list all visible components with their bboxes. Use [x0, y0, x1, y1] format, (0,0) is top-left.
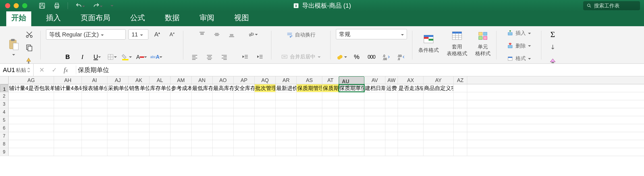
cell-AP2[interactable]: [234, 92, 255, 100]
cell-AR4[interactable]: [276, 108, 297, 116]
column-header-AV[interactable]: AV: [364, 76, 385, 84]
format-painter-icon[interactable]: [23, 55, 35, 66]
cell-AR2[interactable]: [276, 92, 297, 100]
cell-AT2[interactable]: [322, 92, 339, 100]
cell-AO2[interactable]: [213, 92, 234, 100]
cell-AX1[interactable]: 是否走冻链: [398, 84, 423, 92]
cell-AL3[interactable]: [149, 100, 171, 108]
column-header-AH[interactable]: AH: [54, 76, 82, 84]
cell-AG9[interactable]: [9, 148, 54, 156]
cell-AI9[interactable]: [82, 148, 107, 156]
cell-AG2[interactable]: [9, 92, 54, 100]
orientation-icon[interactable]: ab: [247, 29, 259, 40]
cell-AW1[interactable]: 运费: [385, 84, 398, 92]
format-as-table-button[interactable]: 套用 表格格式: [446, 29, 468, 58]
minimize-window-button[interactable]: [14, 3, 19, 8]
font-size-select[interactable]: 11: [128, 29, 148, 40]
cell-AR1[interactable]: 最新进价: [276, 84, 297, 92]
paste-button[interactable]: [7, 37, 20, 58]
tab-数据[interactable]: 数据: [160, 10, 185, 26]
cell-AQ9[interactable]: [255, 148, 276, 156]
cell-AU3[interactable]: [339, 100, 364, 108]
cancel-formula-icon[interactable]: ✕: [39, 66, 45, 74]
cell-AL4[interactable]: [149, 108, 171, 116]
formula-input[interactable]: 保质期单位: [76, 66, 644, 74]
cell-AV7[interactable]: [364, 132, 385, 140]
column-header-AO[interactable]: AO: [213, 76, 234, 84]
cell-AK2[interactable]: [128, 92, 149, 100]
cell-AW6[interactable]: [385, 124, 398, 132]
cell-AO9[interactable]: [213, 148, 234, 156]
insert-cells-button[interactable]: 插入: [506, 29, 531, 37]
cell-AM3[interactable]: [171, 100, 192, 108]
cell-AL6[interactable]: [149, 124, 171, 132]
qat-customize-icon[interactable]: [110, 4, 114, 8]
redo-icon[interactable]: [92, 2, 103, 10]
cell-AK8[interactable]: [128, 140, 149, 148]
clear-icon[interactable]: [547, 55, 559, 66]
tab-审阅[interactable]: 审阅: [194, 10, 219, 26]
cell-AY3[interactable]: [423, 100, 454, 108]
bold-icon[interactable]: B: [62, 52, 74, 62]
cell-AT3[interactable]: [322, 100, 339, 108]
spreadsheet-grid[interactable]: AGAHAIAJAKALAMANAOAPAQARASATAUAVAWAXAYAZ…: [0, 76, 644, 156]
cell-AV9[interactable]: [364, 148, 385, 156]
column-header-AJ[interactable]: AJ: [107, 76, 128, 84]
column-header-AK[interactable]: AK: [128, 76, 149, 84]
cell-AP4[interactable]: [234, 108, 255, 116]
cell-AV6[interactable]: [364, 124, 385, 132]
cell-AX2[interactable]: [398, 92, 423, 100]
enter-formula-icon[interactable]: ✓: [51, 66, 57, 74]
cell-AH8[interactable]: [54, 140, 82, 148]
cell-AP9[interactable]: [234, 148, 255, 156]
cell-AS1[interactable]: 保质期管理: [297, 84, 322, 92]
cell-AX4[interactable]: [398, 108, 423, 116]
cell-AH7[interactable]: [54, 132, 82, 140]
cell-AJ8[interactable]: [107, 140, 128, 148]
cell-AM6[interactable]: [171, 124, 192, 132]
column-header-AG[interactable]: AG: [9, 76, 54, 84]
row-header-5[interactable]: 5: [0, 116, 9, 124]
cell-AV1[interactable]: 建档日期: [364, 84, 385, 92]
italic-icon[interactable]: I: [76, 52, 88, 62]
cell-AK6[interactable]: [128, 124, 149, 132]
cell-AX7[interactable]: [398, 132, 423, 140]
cell-AR9[interactable]: [276, 148, 297, 156]
cell-AG7[interactable]: [9, 132, 54, 140]
cell-AU8[interactable]: [339, 140, 364, 148]
cell-AT5[interactable]: [322, 116, 339, 124]
cell-AZ6[interactable]: [454, 124, 467, 132]
cell-AL1[interactable]: 库存单位: [149, 84, 171, 92]
cell-AS3[interactable]: [297, 100, 322, 108]
cell-AQ4[interactable]: [255, 108, 276, 116]
align-bottom-icon[interactable]: [226, 29, 238, 40]
cell-AI1[interactable]: 报表辅单位: [82, 84, 107, 92]
cell-AK4[interactable]: [128, 108, 149, 116]
cell-AT9[interactable]: [322, 148, 339, 156]
cell-AI2[interactable]: [82, 92, 107, 100]
cell-AJ1[interactable]: 采购单位: [107, 84, 128, 92]
wrap-text-button[interactable]: 自动换行: [286, 29, 316, 40]
cell-AT6[interactable]: [322, 124, 339, 132]
maximize-window-button[interactable]: [22, 3, 27, 8]
cell-AY4[interactable]: [423, 108, 454, 116]
increase-decimal-icon[interactable]: .0.00: [380, 52, 392, 62]
font-color-icon[interactable]: A: [136, 52, 148, 62]
cell-AO5[interactable]: [213, 116, 234, 124]
cell-AW7[interactable]: [385, 132, 398, 140]
cell-AK7[interactable]: [128, 132, 149, 140]
cell-AZ3[interactable]: [454, 100, 467, 108]
tab-开始[interactable]: 开始: [6, 10, 31, 26]
cell-AZ4[interactable]: [454, 108, 467, 116]
cell-AG5[interactable]: [9, 116, 54, 124]
align-right-icon[interactable]: [218, 52, 230, 62]
cell-AN6[interactable]: [192, 124, 213, 132]
cell-AM5[interactable]: [171, 116, 192, 124]
cell-AN4[interactable]: [192, 108, 213, 116]
cell-AW4[interactable]: [385, 108, 398, 116]
cell-AI5[interactable]: [82, 116, 107, 124]
cell-AP3[interactable]: [234, 100, 255, 108]
decrease-decimal-icon[interactable]: .00.0: [395, 52, 407, 62]
cell-AP8[interactable]: [234, 140, 255, 148]
cell-AP6[interactable]: [234, 124, 255, 132]
